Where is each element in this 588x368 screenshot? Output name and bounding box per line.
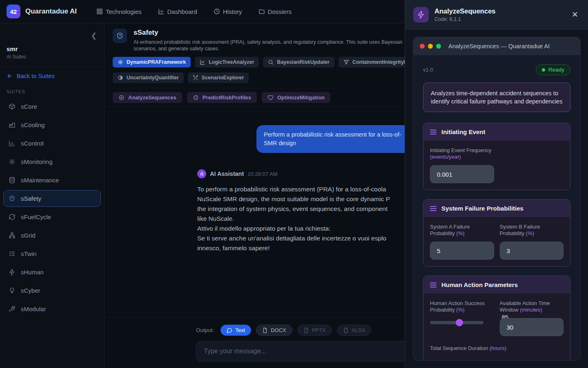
hierarchy-icon (9, 232, 16, 239)
output-format-docx[interactable]: DOCX (256, 325, 292, 336)
available-action-time-input[interactable] (500, 318, 564, 336)
tool-code: Code: 6.1.1 (434, 16, 570, 22)
funnel-icon (343, 59, 349, 65)
sidebar-item-shuman[interactable]: sHuman (3, 264, 101, 280)
initiating-event-frequency-input[interactable] (430, 165, 494, 183)
assistant-avatar (197, 169, 206, 178)
menu-icon (430, 283, 437, 287)
output-format-text[interactable]: Text (220, 325, 251, 336)
model-tag-logictreeanalyzer[interactable]: LogicTreeAnalyzer (195, 57, 259, 67)
sidebar-item-scooling[interactable]: sCooling (3, 117, 101, 133)
sidebar-item-sgrid[interactable]: sGrid (3, 227, 101, 244)
rocket-icon (9, 305, 16, 312)
trend-chart-icon (200, 59, 205, 65)
sidebar: ❮ smr AI Suites Back to Suites SUITES sC… (0, 23, 105, 368)
gear-icon (118, 59, 123, 65)
capability-tag-analyzesequences[interactable]: AnalyzeSequences (113, 92, 182, 103)
model-tag-bayesianriskupdater[interactable]: BayesianRiskUpdater (263, 57, 334, 67)
magnifier-icon (268, 59, 274, 65)
nav-item-technologies[interactable]: Technologies (96, 8, 142, 15)
human-action-success-slider[interactable] (430, 319, 483, 326)
slider-thumb[interactable] (456, 319, 463, 326)
sidebar-collapse-button[interactable]: ❮ (91, 31, 97, 40)
model-tag-dynamicpraframework[interactable]: DynamicPRAFramework (113, 57, 191, 67)
sidebar-item-ssafety[interactable]: sSafety (3, 190, 101, 207)
tool-version: v1.0 (423, 67, 433, 73)
suites-section-label: SUITES (0, 82, 104, 96)
tool-window-title: AnalyzeSequences — Quarantadue AI (448, 43, 550, 49)
chat-bubble-icon (227, 328, 232, 333)
lightbulb-icon (9, 287, 16, 294)
tool-window: AnalyzeSequences — Quarantadue AI v1.0 R… (413, 37, 581, 361)
model-tag-scenarioexplorer[interactable]: ScenarioExplorer (188, 72, 249, 83)
menu-icon (430, 130, 437, 135)
app-logo: 42 (7, 4, 20, 18)
factory-icon (9, 121, 16, 128)
target-icon (118, 94, 125, 101)
tool-window-titlebar: AnalyzeSequences — Quarantadue AI (413, 37, 580, 55)
project-name: smr (7, 45, 98, 52)
sidebar-item-scontrol[interactable]: sControl (3, 135, 101, 152)
capability-tag-predictriskprofiles[interactable]: PredictRiskProfiles (187, 92, 257, 103)
capability-tag-optimizemitigation[interactable]: OptimizeMitigation (262, 92, 330, 103)
model-tag-uncertaintyquantifier[interactable]: UncertaintyQuantifier (113, 72, 184, 83)
system-b-failure-input[interactable] (500, 242, 564, 260)
bolt-icon (413, 7, 429, 22)
nav-item-dashboard[interactable]: Dashboard (158, 8, 197, 15)
sidebar-item-smonitoring[interactable]: sMonitoring (3, 153, 101, 170)
arrow-left-icon (7, 73, 13, 79)
shield-icon (9, 195, 16, 202)
file-icon (262, 328, 268, 333)
sidebar-item-stwin[interactable]: sTwin (3, 245, 101, 262)
suite-description-line-1: AI-enhanced probabilistic risk assessmen… (134, 39, 402, 45)
folder-icon (258, 8, 265, 15)
close-icon[interactable]: ✕ (570, 8, 580, 21)
cube-icon (9, 103, 16, 110)
window-close-light[interactable] (420, 44, 425, 49)
window-maximize-light[interactable] (436, 44, 441, 49)
file-icon (343, 328, 349, 333)
section-human-action-parameters: Human Action Parameters Human Action Suc… (423, 276, 570, 361)
menu-icon (430, 206, 437, 211)
output-label: Output: (196, 327, 214, 333)
clock-icon (214, 8, 220, 15)
back-to-suites-link[interactable]: Back to Suites (0, 67, 104, 82)
assistant-name: AI Assistant (210, 171, 244, 177)
section-system-failure-probabilities: System Failure Probabilities System A Fa… (423, 199, 570, 267)
window-minimize-light[interactable] (428, 44, 433, 49)
chart-icon (158, 8, 165, 15)
sidebar-item-score[interactable]: sCore (3, 98, 101, 115)
sidebar-item-smodular[interactable]: sModular (3, 301, 101, 317)
database-icon (9, 177, 16, 184)
suite-shield-icon (113, 29, 127, 43)
project-subtitle: AI Suites (7, 54, 98, 60)
field-total-sequence-duration: Total Sequence Duration (hours) (430, 345, 564, 352)
nav-item-history[interactable]: History (214, 8, 242, 15)
sidebar-item-sfuelcycle[interactable]: sFuelCycle (3, 209, 101, 225)
gears-icon (9, 158, 16, 165)
sphere-icon (193, 94, 199, 101)
heart-icon (267, 94, 274, 101)
system-a-failure-input[interactable] (430, 242, 494, 260)
tools-icon (193, 75, 198, 81)
tool-description: Analyzes time-dependent accident sequenc… (423, 83, 570, 112)
half-circle-icon (118, 75, 123, 81)
suite-description-line-2: scenarios, and generate safety cases. (134, 45, 402, 52)
section-initiating-event: Initiating Event Initiating Event Freque… (423, 123, 570, 190)
status-dot-icon (542, 68, 545, 72)
field-initiating-event-frequency: Initiating Event Frequency (events/year) (430, 147, 494, 183)
checklist-icon (9, 250, 16, 257)
field-available-action-time: Available Action Time Window (minutes) 8… (500, 300, 564, 336)
sidebar-item-smaintenance[interactable]: sMaintenance (3, 172, 101, 188)
tool-title: AnalyzeSequences (434, 7, 570, 15)
sidebar-item-scyber[interactable]: sCyber (3, 282, 101, 299)
refresh-icon (9, 213, 16, 220)
output-format-xlsx[interactable]: XLSX (337, 325, 371, 336)
tool-panel-header: AnalyzeSequences Code: 6.1.1 ✕ (405, 0, 588, 29)
nav-item-dossiers[interactable]: Dossiers (258, 8, 292, 15)
status-badge: Ready (536, 64, 570, 75)
tool-panel: AnalyzeSequences Code: 6.1.1 ✕ AnalyzeSe… (405, 0, 588, 368)
suite-title: sSafety (134, 29, 402, 37)
output-format-pptx[interactable]: PPTX (297, 325, 332, 336)
assistant-timestamp: 10:28:07 AM (247, 171, 277, 177)
